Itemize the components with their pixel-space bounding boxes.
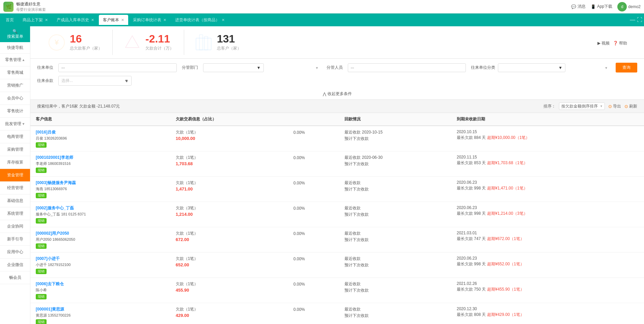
cell-debt-info-4: 欠款（1笔） 672.00 xyxy=(170,227,288,253)
tab-home[interactable]: 首页 xyxy=(2,15,18,25)
repay-next-2: 预计下次收款 xyxy=(344,186,446,192)
repay-next-1: 预计下次收款 xyxy=(344,161,446,167)
user-menu[interactable]: d demo2 xyxy=(617,2,641,11)
help-btn[interactable]: ❓ 帮助 xyxy=(613,40,627,46)
overdue-amount-0[interactable]: 超期¥10,000.00（1笔） xyxy=(487,135,530,140)
cell-customer-info-5: [0007]小进千 小进千 18279152100 现销 xyxy=(30,253,170,278)
sidebar-item-basic-info[interactable]: 基础信息 xyxy=(0,195,30,207)
chevron-down-icon: ▼ xyxy=(257,65,261,70)
close-icon[interactable]: ✕ xyxy=(222,18,225,22)
sidebar-quick-nav[interactable]: 快捷导航 xyxy=(0,42,30,54)
customer-phone-0: 吕俊 13026203696 xyxy=(36,136,165,141)
stat-number-debt: -2.11 xyxy=(145,33,174,44)
sidebar-item-system[interactable]: 系统管理 xyxy=(0,207,30,220)
debt-count-3: 欠款（3笔） xyxy=(176,205,283,211)
close-icon[interactable]: ✕ xyxy=(121,18,124,22)
sidebar-item-finance[interactable]: 资金管理 xyxy=(0,169,30,182)
overdue-amount-2[interactable]: 超期¥1,471.00（1笔） xyxy=(487,186,528,190)
customer-phone-4: 用户2050 18665062050 xyxy=(36,237,165,242)
close-icon[interactable]: ✕ xyxy=(163,18,166,22)
overdue-amount-4[interactable]: 超期¥672.00（1笔） xyxy=(487,236,524,241)
repay-date-2: 最近收款 xyxy=(344,180,446,186)
tab-incoming-stats[interactable]: 进货单统计表（按商品） ✕ xyxy=(171,15,229,25)
filter-select-dept-wrap: ▼ xyxy=(203,63,321,72)
tab-stock-history[interactable]: 产成品入库单历史 ✕ xyxy=(53,15,98,25)
sidebar-item-member[interactable]: 会员中心 xyxy=(0,92,30,105)
customer-tag-1: 现销 xyxy=(36,168,47,173)
tab-purchase-stats[interactable]: 采购订单统计表 ✕ xyxy=(129,15,170,25)
table-wrap: 客户信息 欠款交易信息（占比） 回款情况 到期未收款日期 [0016]吕俊 吕俊… xyxy=(30,113,644,324)
customer-name-5[interactable]: [0007]小进千 xyxy=(36,256,165,262)
repay-date-7: 最近收款 xyxy=(344,306,446,312)
sidebar-item-enterprise[interactable]: 企业协同 xyxy=(0,220,30,233)
overdue-amount-6[interactable]: 超期¥455.90（1笔） xyxy=(487,287,524,292)
sidebar-item-wholesale[interactable]: 批发管理 ▼ xyxy=(0,118,30,130)
search-button[interactable]: 查询 xyxy=(616,63,637,72)
customer-tag-3: 现销 xyxy=(36,218,47,224)
logo-icon: 🌿 xyxy=(3,2,13,12)
customer-name-4[interactable]: [000002]用户2050 xyxy=(36,231,165,236)
sidebar-item-operations[interactable]: 经营管理 xyxy=(0,182,30,195)
customer-name-1[interactable]: [0001020001]李老师 xyxy=(36,155,165,160)
overdue-amount-3[interactable]: 超期¥1,214.00（3笔） xyxy=(487,211,528,216)
repay-next-0: 预计下次收款 xyxy=(344,136,446,142)
filter-item-category: 往来单位分类 ▼ xyxy=(471,63,611,72)
message-btn[interactable]: 💬 消息 xyxy=(571,4,586,9)
app-download-btn[interactable]: 📱 App下载 xyxy=(591,4,612,9)
stat-icon-total xyxy=(194,33,213,52)
tab-product-shelf[interactable]: 商品上下架 ✕ xyxy=(19,15,52,25)
overdue-amount-7[interactable]: 超期¥429.00（1笔） xyxy=(487,312,524,317)
cell-customer-info-2: [0003]畅捷服务尹海蕊 海燕 18513066976 现销 xyxy=(30,177,170,202)
filter-select-dept[interactable]: ▼ xyxy=(203,63,264,72)
filter-select-balance[interactable]: 选择... ▼ xyxy=(58,76,132,86)
minimize-icon[interactable]: — xyxy=(630,17,635,23)
tab-customer-account[interactable]: 客户账本 ✕ xyxy=(99,15,128,25)
sidebar-item-ecommerce[interactable]: 电商管理 xyxy=(0,130,30,143)
close-icon[interactable]: ✕ xyxy=(91,18,94,22)
overdue-amount-5[interactable]: 超期¥652.00（1笔） xyxy=(487,262,524,266)
filter-select-balance-wrap: 选择... ▼ xyxy=(58,76,132,86)
cell-repayment-0: 最近收款 2020-10-15 预计下次收款 xyxy=(339,126,451,151)
sidebar-item-retail-stats[interactable]: 零售统计 xyxy=(0,105,30,118)
table-row: [0007]小进千 小进千 18279152100 现销 欠款（1笔） 652.… xyxy=(30,253,644,278)
overdue-days-1: 最长欠款 853 天 超期¥1,703.68（1笔） xyxy=(457,160,639,166)
video-btn[interactable]: ▶ 视频 xyxy=(597,40,610,46)
sidebar-item-retail-mall[interactable]: 零售商城 xyxy=(0,66,30,79)
sidebar-item-retail-mgmt[interactable]: 零售管理 ▲ xyxy=(0,54,30,66)
cell-due-date-0: 2020.10.15 最长欠款 884 天 超期¥10,000.00（1笔） xyxy=(451,126,644,151)
customer-name-6[interactable]: [0006]去下粮仓 xyxy=(36,281,165,287)
sidebar-item-vip[interactable]: 畅会员 xyxy=(0,271,30,284)
sidebar-search[interactable]: 🔍 搜索菜单 xyxy=(0,26,30,42)
customer-name-7[interactable]: [000001]黄思源 xyxy=(36,306,165,312)
customer-name-3[interactable]: [0002]服务中心_丁磊 xyxy=(36,205,165,211)
filter-label-balance: 往来余款 xyxy=(37,78,56,84)
sort-select[interactable]: 按欠款金额倒序排序 xyxy=(559,102,605,110)
sidebar-item-marketing[interactable]: 营销推广 xyxy=(0,79,30,92)
filter-collapse-btn[interactable]: ⋀ 收起更多条件 xyxy=(37,89,637,99)
sidebar-item-app-center[interactable]: 应用中心 xyxy=(0,246,30,259)
debt-ratio-4: 0.00% xyxy=(293,231,334,236)
sidebar-search-label: 搜索菜单 xyxy=(2,34,28,39)
sidebar-item-guide[interactable]: 新手引导 xyxy=(0,233,30,246)
sidebar-item-wechat[interactable]: 企业微信 xyxy=(0,259,30,271)
close-icon[interactable]: ✕ xyxy=(45,18,48,22)
tab-incoming-stats-label: 进货单统计表（按商品） xyxy=(175,17,220,23)
cell-repayment-1: 最近收款 2020-06-30 预计下次收款 xyxy=(339,151,451,177)
filter-select-category[interactable]: ▼ xyxy=(498,63,565,72)
expand-icon[interactable]: ⛶ xyxy=(637,17,642,23)
sidebar-item-purchase[interactable]: 采购管理 xyxy=(0,143,30,156)
nav-tabs: 首页 商品上下架 ✕ 产成品入库单历史 ✕ 客户账本 ✕ 采购订单统计表 ✕ 进… xyxy=(0,13,644,26)
chevron-down-icon: ▼ xyxy=(124,79,129,83)
stats-bar: ¥ 16 总欠款客户（家） -2.11 欠款合计（万） xyxy=(30,26,644,59)
customer-name-2[interactable]: [0003]畅捷服务尹海蕊 xyxy=(36,180,165,186)
nav-close-all[interactable]: — ⛶ xyxy=(630,17,642,23)
sidebar-item-inventory[interactable]: 库存核算 xyxy=(0,156,30,169)
refresh-btn[interactable]: ⊙ 刷新 xyxy=(624,104,637,109)
filter-input-person[interactable]: ··· xyxy=(348,63,466,72)
customer-name-0[interactable]: [0016]吕俊 xyxy=(36,129,165,135)
filter-input-unit[interactable]: ··· xyxy=(58,63,177,72)
overdue-amount-1[interactable]: 超期¥1,703.68（1笔） xyxy=(487,160,528,165)
user-name: demo2 xyxy=(628,4,641,9)
export-btn[interactable]: ⊙ 导出 xyxy=(608,104,621,109)
customer-tag-5: 现销 xyxy=(36,269,47,274)
